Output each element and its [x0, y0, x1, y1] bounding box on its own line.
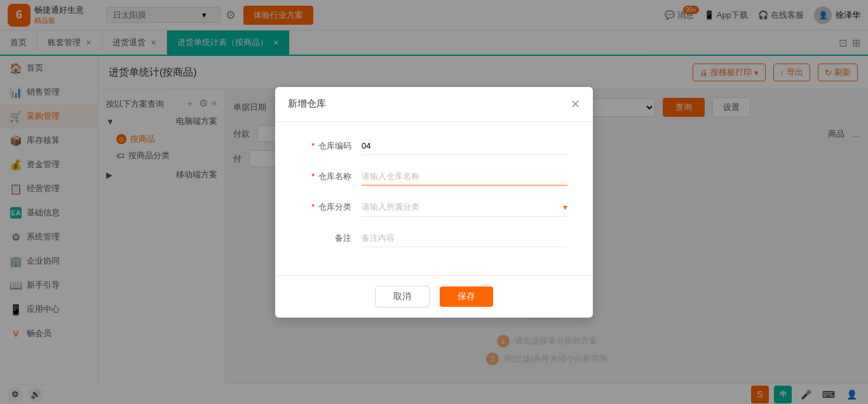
form-row-name: * 仓库名称 [301, 168, 567, 185]
required-star-category: * [311, 202, 315, 212]
cancel-button[interactable]: 取消 [375, 286, 430, 307]
code-label: * 仓库编码 [301, 140, 351, 152]
modal-overlay[interactable]: 新增仓库 ✕ * 仓库编码 * 仓库名称 [0, 0, 868, 404]
modal-body: * 仓库编码 * 仓库名称 * 仓库分类 [275, 122, 593, 275]
modal-footer: 取消 保存 [275, 275, 593, 318]
warehouse-code-input[interactable] [362, 137, 567, 155]
form-row-remark: 备注 [301, 229, 567, 247]
required-star-code: * [311, 141, 315, 151]
form-row-code: * 仓库编码 [301, 137, 567, 155]
category-select-wrap[interactable]: ▾ [362, 198, 567, 217]
save-button[interactable]: 保存 [440, 286, 493, 307]
remark-input[interactable] [362, 229, 567, 247]
remark-label: 备注 [301, 232, 351, 244]
category-dropdown-icon[interactable]: ▾ [563, 202, 567, 212]
warehouse-name-input[interactable] [362, 168, 567, 185]
modal-new-warehouse: 新增仓库 ✕ * 仓库编码 * 仓库名称 [275, 87, 593, 318]
required-star-name: * [311, 172, 315, 181]
name-label: * 仓库名称 [301, 171, 351, 182]
modal-header: 新增仓库 ✕ [275, 87, 593, 122]
category-label: * 仓库分类 [301, 201, 351, 213]
form-row-category: * 仓库分类 ▾ [301, 198, 567, 217]
modal-title: 新增仓库 [288, 98, 326, 110]
modal-close-button[interactable]: ✕ [571, 97, 580, 111]
category-select-input[interactable] [362, 202, 563, 212]
